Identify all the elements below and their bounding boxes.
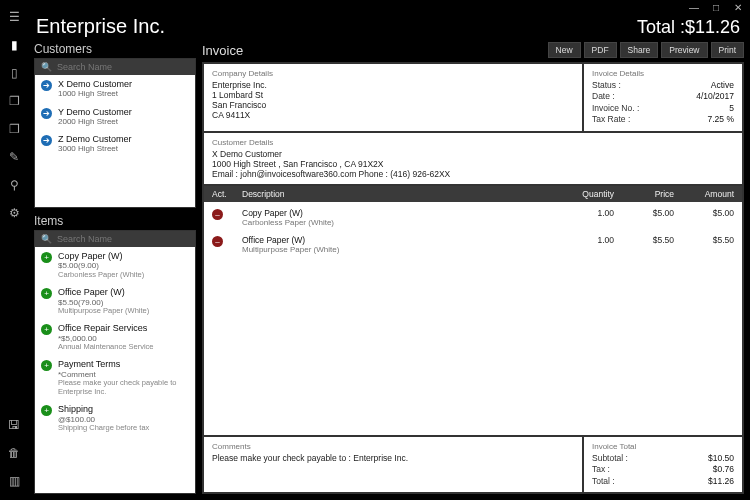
col-amount: Amount: [674, 189, 734, 199]
print-button[interactable]: Print: [711, 42, 744, 58]
item-desc: Annual Maintenance Service: [58, 343, 153, 352]
line-desc: Multipurpose Paper (White): [242, 245, 554, 254]
library-icon[interactable]: ▥: [7, 474, 21, 488]
item-row[interactable]: + Shipping @$100.00 Shipping Charge befo…: [35, 400, 195, 436]
tax-value: $0.76: [713, 464, 734, 475]
item-row[interactable]: + Office Repair Services *$5,000.00 Annu…: [35, 319, 195, 355]
date-label: Date :: [592, 91, 615, 102]
item-desc: Please make your check payable to Enterp…: [58, 379, 189, 396]
doc-icon[interactable]: ▯: [7, 66, 21, 80]
customer-search-input[interactable]: [57, 62, 189, 72]
line-header: Act. Description Quantity Price Amount: [204, 186, 742, 202]
item-row[interactable]: + Copy Paper (W) $5.00(9.00) Carbonless …: [35, 247, 195, 283]
comments-text: Please make your check payable to : Ente…: [212, 453, 574, 463]
customer-row[interactable]: ➔ Z Demo Customer 3000 High Street: [35, 130, 195, 158]
customer-row[interactable]: ➔ Y Demo Customer 2000 High Street: [35, 103, 195, 131]
status-label: Status :: [592, 80, 621, 91]
customer-search[interactable]: 🔍: [35, 59, 195, 75]
remove-icon[interactable]: –: [212, 236, 223, 247]
col-quantity: Quantity: [554, 189, 614, 199]
pdf-button[interactable]: PDF: [584, 42, 617, 58]
tax-label: Tax :: [592, 464, 610, 475]
total-label: Total :: [592, 476, 615, 487]
search-icon: 🔍: [41, 234, 52, 244]
customer-list: ➔ X Demo Customer 1000 High Street ➔ Y D…: [35, 75, 195, 207]
customers-heading: Customers: [34, 42, 196, 58]
company-name: Enterprise Inc.: [212, 80, 574, 90]
line-amount: $5.00: [674, 208, 734, 218]
company-city: San Francisco: [212, 100, 574, 110]
menu-icon[interactable]: ☰: [7, 10, 21, 24]
customer-sub: 2000 High Street: [58, 117, 132, 126]
item-row[interactable]: + Office Paper (W) $5.50(79.00) Multipur…: [35, 283, 195, 319]
item-desc: Multipurpose Paper (White): [58, 307, 149, 316]
copy2-icon[interactable]: ❐: [7, 122, 21, 136]
nav-rail: ☰ ▮ ▯ ❐ ❐ ✎ ⚲ ⚙ 🖫 🗑 ▥: [0, 0, 28, 500]
edit-icon[interactable]: ✎: [7, 150, 21, 164]
app-title: Enterprise Inc.: [36, 15, 165, 38]
item-desc: Carbonless Paper (White): [58, 271, 144, 280]
customer-name: Z Demo Customer: [58, 134, 132, 144]
plus-icon[interactable]: +: [41, 405, 52, 416]
item-name: Office Paper (W): [58, 287, 149, 297]
customer-sub: 3000 High Street: [58, 144, 132, 153]
customer-address: 1000 High Street , San Francisco , CA 91…: [212, 159, 734, 169]
plus-icon[interactable]: +: [41, 360, 52, 371]
col-description: Description: [242, 189, 554, 199]
doc-filled-icon[interactable]: ▮: [7, 38, 21, 52]
maximize-button[interactable]: □: [710, 2, 722, 13]
invoice-heading: Invoice: [202, 43, 243, 58]
item-name: Payment Terms: [58, 359, 189, 369]
gear-icon[interactable]: ⚙: [7, 206, 21, 220]
item-desc: Shipping Charge before tax: [58, 424, 149, 433]
col-price: Price: [614, 189, 674, 199]
plus-icon[interactable]: +: [41, 324, 52, 335]
window-controls: — □ ✕: [28, 0, 750, 15]
user-icon[interactable]: ⚲: [7, 178, 21, 192]
taxrate-label: Tax Rate :: [592, 114, 630, 125]
customer-heading: Customer Details: [212, 138, 734, 147]
item-list: + Copy Paper (W) $5.00(9.00) Carbonless …: [35, 247, 195, 493]
arrow-icon[interactable]: ➔: [41, 80, 52, 91]
remove-icon[interactable]: –: [212, 209, 223, 220]
no-label: Invoice No. :: [592, 103, 639, 114]
new-button[interactable]: New: [548, 42, 581, 58]
item-row[interactable]: + Payment Terms *Comment Please make you…: [35, 355, 195, 400]
plus-icon[interactable]: +: [41, 252, 52, 263]
col-action: Act.: [212, 189, 242, 199]
invoice-lines: – Copy Paper (W)Carbonless Paper (White)…: [204, 202, 742, 435]
customer-contact: Email : john@invoicesoftware360.com Phon…: [212, 169, 734, 179]
line-price: $5.00: [614, 208, 674, 218]
no-value: 5: [729, 103, 734, 114]
item-search[interactable]: 🔍: [35, 231, 195, 247]
arrow-icon[interactable]: ➔: [41, 108, 52, 119]
share-button[interactable]: Share: [620, 42, 659, 58]
line-price: $5.50: [614, 235, 674, 245]
line-name: Office Paper (W): [242, 235, 554, 245]
item-name: Office Repair Services: [58, 323, 153, 333]
close-button[interactable]: ✕: [732, 2, 744, 13]
customer-row[interactable]: ➔ X Demo Customer 1000 High Street: [35, 75, 195, 103]
copy-icon[interactable]: ❐: [7, 94, 21, 108]
arrow-icon[interactable]: ➔: [41, 135, 52, 146]
trash-icon[interactable]: 🗑: [7, 446, 21, 460]
line-qty: 1.00: [554, 235, 614, 245]
item-search-input[interactable]: [57, 234, 189, 244]
invoice-line: – Copy Paper (W)Carbonless Paper (White)…: [204, 202, 742, 229]
status-value: Active: [711, 80, 734, 91]
items-heading: Items: [34, 214, 196, 230]
item-name: Copy Paper (W): [58, 251, 144, 261]
customer-name: Y Demo Customer: [58, 107, 132, 117]
subtotal-value: $10.50: [708, 453, 734, 464]
minimize-button[interactable]: —: [688, 2, 700, 13]
line-amount: $5.50: [674, 235, 734, 245]
plus-icon[interactable]: +: [41, 288, 52, 299]
customer-name: X Demo Customer: [212, 149, 734, 159]
invoice-line: – Office Paper (W)Multipurpose Paper (Wh…: [204, 229, 742, 256]
company-zip: CA 9411X: [212, 110, 574, 120]
preview-button[interactable]: Preview: [661, 42, 707, 58]
customer-sub: 1000 High Street: [58, 89, 132, 98]
comments-heading: Comments: [212, 442, 574, 451]
line-name: Copy Paper (W): [242, 208, 554, 218]
save-icon[interactable]: 🖫: [7, 418, 21, 432]
